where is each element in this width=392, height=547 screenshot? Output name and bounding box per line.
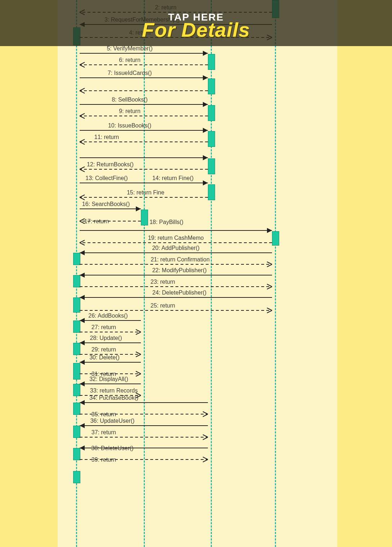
message-arrow [0, 86, 392, 95]
message-label: 36: UpdateUser() [76, 418, 148, 424]
message-label: 13: CollectFine() [71, 175, 143, 181]
message-arrow [0, 49, 392, 58]
message-label: 10: IssueBooks() [94, 122, 166, 129]
message-label: 22: ModifyPublisher() [143, 267, 215, 274]
cta-overlay[interactable]: TAP HERE For Details [0, 0, 392, 46]
message-arrow [0, 153, 392, 162]
message-label: 15: return Fine [110, 189, 182, 196]
activation-bar [73, 471, 80, 483]
message-arrow [0, 327, 392, 337]
message-arrow [0, 165, 392, 174]
message-arrow [0, 443, 392, 453]
message-label: 26: AddBooks() [72, 313, 144, 319]
message-arrow [0, 126, 392, 135]
message-arrow [0, 204, 392, 214]
message-arrow [0, 73, 392, 82]
message-label: 33: return Records [78, 387, 150, 394]
message-label: 16: SearchBooks() [70, 201, 142, 207]
message-arrow [0, 421, 392, 430]
message-arrow [0, 226, 392, 235]
message-arrow [0, 338, 392, 348]
message-arrow [0, 111, 392, 121]
message-arrow [0, 398, 392, 407]
cta-details-text: For Details [142, 18, 250, 41]
message-label: 7: IssueIdCards() [94, 70, 166, 76]
message-label: 9: return [94, 108, 166, 115]
message-label: 28: Update() [70, 335, 142, 341]
message-label: 29: return [68, 346, 140, 353]
message-label: 19: return CashMemo [140, 235, 212, 241]
message-label: 34: PuchaseBook() [78, 395, 150, 401]
message-label: 14: return Fine() [137, 175, 209, 181]
message-label: 30: Delete() [68, 354, 141, 361]
message-label: 11: return [71, 134, 143, 140]
message-label: 38: DeleteUser() [76, 445, 148, 452]
message-label: 20: AddPublisher() [140, 245, 212, 251]
message-label: 24: DeletePublisher() [143, 290, 215, 296]
message-label: 12: ReturnBooks() [74, 161, 146, 168]
message-arrow [0, 316, 392, 325]
message-arrow [0, 432, 392, 442]
message-arrow [0, 455, 392, 464]
message-arrow [0, 137, 392, 147]
message-label: 27: return [68, 324, 140, 331]
message-arrow [0, 100, 392, 109]
message-label: 18: PayBills() [130, 219, 202, 225]
message-label: 35: return [68, 411, 140, 418]
message-label: 8: SellBooks() [94, 97, 166, 103]
message-label: 17: return [61, 218, 133, 225]
message-label: 6: return [94, 57, 166, 63]
message-label: 25: return [127, 302, 199, 309]
message-arrow [0, 409, 392, 419]
message-arrow [0, 379, 392, 389]
message-label: 37: return [68, 429, 140, 436]
message-label: 21: return Confirmation [144, 256, 216, 263]
message-label: 32: DisplayAll() [73, 376, 145, 382]
message-label: 5: VerifyMember() [94, 45, 166, 52]
message-label: 23: return [127, 279, 199, 285]
message-arrow [0, 60, 392, 70]
message-label: 39: return [68, 457, 140, 463]
message-arrow [0, 193, 392, 202]
message-arrow [0, 369, 392, 378]
message-arrow [0, 358, 392, 367]
